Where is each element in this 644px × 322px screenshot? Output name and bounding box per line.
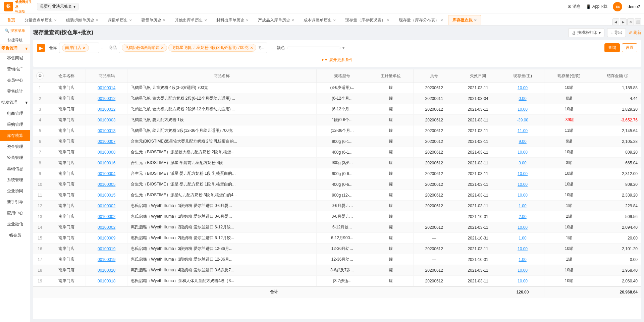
tab-yaohuo[interactable]: 要货单历史 ✕ xyxy=(137,15,170,25)
cell-code[interactable]: 00100013 xyxy=(86,125,127,136)
print-button[interactable]: 🖨 按模板打印 ▾ xyxy=(568,28,604,37)
cell-code[interactable]: 00100004 xyxy=(86,168,127,179)
tab-diaobodanhistory[interactable]: 调拨单历史 ✕ xyxy=(103,15,136,25)
cell-qty-main[interactable]: 0.00 xyxy=(501,93,544,104)
tab-xiancunliang1[interactable]: 现存量（库存状况表） ✕ xyxy=(341,15,394,25)
color-input-box[interactable] xyxy=(287,47,340,49)
setting-button[interactable]: 设置 xyxy=(622,43,637,52)
sidebar-item-apps[interactable]: 应用中心 xyxy=(0,208,30,219)
cell-code[interactable]: 00100003 xyxy=(86,115,127,125)
query-button[interactable]: 查询 xyxy=(604,43,620,52)
sidebar-item-wechat[interactable]: 企业微信 xyxy=(0,219,30,230)
cell-code[interactable]: 00100007 xyxy=(86,136,127,147)
cell-code[interactable]: 00100005 xyxy=(86,179,127,190)
app-download-button[interactable]: 📱 App下载 xyxy=(586,4,607,9)
warehouse-input-box[interactable]: 南岸门店 ✕ xyxy=(59,43,99,53)
message-button[interactable]: ✉ 消息 xyxy=(568,4,581,9)
close-icon[interactable]: ✕ xyxy=(163,18,165,22)
cell-code[interactable]: 00100008 xyxy=(86,147,127,158)
cell-qty-main[interactable]: 10.00 xyxy=(501,179,544,190)
cell-qty-main[interactable]: 3.00 xyxy=(501,158,544,168)
color-chevron-icon[interactable]: ▾ xyxy=(342,46,344,50)
remove-product-tag1-icon[interactable]: ✕ xyxy=(161,46,164,50)
column-settings-button[interactable]: ⚙ xyxy=(36,72,44,79)
cell-code[interactable]: 00100002 xyxy=(86,222,127,233)
sidebar-item-guide[interactable]: 新手引导 xyxy=(0,197,30,208)
remove-product-tag2-icon[interactable]: ✕ xyxy=(250,46,253,50)
close-icon[interactable]: ✕ xyxy=(387,18,389,22)
tab-chengben[interactable]: 成本调整单历史 ✕ xyxy=(299,15,340,25)
sidebar-item-finance[interactable]: 资金管理 xyxy=(0,141,30,152)
tab-qitachuku[interactable]: 其他出库单历史 ✕ xyxy=(170,15,211,25)
nav-maximize-button[interactable]: ⬜ xyxy=(635,18,641,25)
tab-xiancunliang2[interactable]: 现存量（库存分布表） ✕ xyxy=(394,15,447,25)
sidebar-item-changhui[interactable]: 畅会员 xyxy=(0,230,30,241)
cell-code[interactable]: 00100015 xyxy=(86,190,127,201)
cell-qty-main[interactable]: 10.00 xyxy=(501,222,544,233)
sidebar-item-marketing[interactable]: 营销推广 xyxy=(0,64,30,75)
close-icon[interactable]: ✕ xyxy=(204,18,207,22)
cell-qty-main[interactable]: 1.00 xyxy=(501,201,544,211)
tab-fenliangpandian[interactable]: 分量盘点单历史 ✕ xyxy=(20,15,61,25)
cell-qty-main[interactable]: 9.00 xyxy=(501,136,544,147)
cell-code[interactable]: 00100012 xyxy=(86,104,127,115)
cell-code[interactable]: 00100002 xyxy=(86,211,127,222)
cell-qty-main[interactable]: -39.00 xyxy=(501,115,544,125)
cell-code[interactable]: 00100019 xyxy=(86,254,127,265)
close-icon[interactable]: ✕ xyxy=(291,18,294,22)
sidebar-search[interactable]: 🔍 搜索菜单 xyxy=(0,25,30,36)
cell-code[interactable]: 00100014 xyxy=(86,83,127,93)
cell-code[interactable]: 00100012 xyxy=(86,93,127,104)
cell-qty-main[interactable]: 1.00 xyxy=(501,254,544,265)
breadcrumb-selector[interactable]: 母婴行业演示账套 ▾ xyxy=(37,3,78,10)
close-icon-active[interactable]: ✕ xyxy=(474,18,477,22)
sidebar-item-retail-shop[interactable]: 零售商城 xyxy=(0,53,30,64)
avatar[interactable]: Ea xyxy=(613,2,622,11)
more-conditions-toggle[interactable]: ▼▼ 展开更多条件 xyxy=(37,56,637,64)
cell-code[interactable]: 00100002 xyxy=(86,201,127,211)
close-icon[interactable]: ✕ xyxy=(246,18,249,22)
cell-qty-main[interactable]: 10.00 xyxy=(501,104,544,115)
cell-code[interactable]: 00100019 xyxy=(86,244,127,254)
cell-qty-main[interactable]: 10.00 xyxy=(501,83,544,93)
cell-qty-main[interactable]: 10.00 xyxy=(501,147,544,158)
sidebar-item-retail-stats[interactable]: 零售统计 xyxy=(0,86,30,97)
filter-expand-arrow[interactable]: ▶ xyxy=(37,44,45,52)
sidebar-item-retail-management[interactable]: 零售管理 ▼ xyxy=(0,44,30,53)
close-icon[interactable]: ✕ xyxy=(129,18,132,22)
cell-qty-main[interactable]: 10.00 xyxy=(501,265,544,276)
warehouse-more-icon[interactable]: ··· xyxy=(101,46,105,50)
close-icon[interactable]: ✕ xyxy=(96,18,98,22)
sidebar-item-purchase[interactable]: 采购管理 xyxy=(0,119,30,130)
cell-qty-main[interactable]: 1.00 xyxy=(501,233,544,244)
tab-kucunpici[interactable]: 库存批次账 ✕ xyxy=(448,15,481,25)
remove-warehouse-icon[interactable]: ✕ xyxy=(83,46,86,50)
sidebar-item-basic[interactable]: 基础信息 xyxy=(0,163,30,174)
sidebar-item-wholesale[interactable]: 批发管理 ▼ xyxy=(0,97,30,108)
tab-zuzhangchaichuan[interactable]: 组装拆卸单历史 ✕ xyxy=(62,15,103,25)
cell-code[interactable]: 00100016 xyxy=(86,158,127,168)
sidebar-item-member[interactable]: 会员中心 xyxy=(0,75,30,86)
cell-qty-main[interactable]: 11.00 xyxy=(501,125,544,136)
sidebar-item-enterprise[interactable]: 企业协同 xyxy=(0,185,30,197)
tab-cailiaochuku[interactable]: 材料出库单历史 ✕ xyxy=(212,15,253,25)
cell-qty-main[interactable]: 2.00 xyxy=(501,211,544,222)
product-input-box[interactable]: 飞鹤奶粉3段两罐装 ✕ 飞鹤星飞帆 儿童奶粉 4段(3-6岁适用) 700克 ✕… xyxy=(119,43,267,53)
product-more-icon[interactable]: ··· xyxy=(269,46,273,50)
cell-qty-main[interactable]: 10.00 xyxy=(501,190,544,201)
close-icon[interactable]: ✕ xyxy=(440,18,443,22)
sidebar-item-ecommerce[interactable]: 电商管理 xyxy=(0,108,30,119)
tab-home[interactable]: 首页 xyxy=(3,15,19,25)
nav-right-button[interactable]: ▶ xyxy=(620,18,627,25)
sidebar-nav-shortcuts[interactable]: 快捷导航 xyxy=(0,36,30,44)
cell-qty-main[interactable]: 10.00 xyxy=(501,276,544,287)
tab-chanpin[interactable]: 产成品入库单历史 ✕ xyxy=(254,15,299,25)
sidebar-item-system[interactable]: 系统管理 xyxy=(0,174,30,185)
close-icon[interactable]: ✕ xyxy=(333,18,336,22)
cell-qty-main[interactable]: 10.00 xyxy=(501,168,544,179)
cell-code[interactable]: 00100018 xyxy=(86,276,127,287)
cell-qty-main[interactable]: 10.00 xyxy=(501,244,544,254)
refresh-button[interactable]: ↺ 刷新 xyxy=(629,30,641,36)
nav-left-button[interactable]: ◀ xyxy=(612,18,619,25)
export-button[interactable]: ↓ 导出 xyxy=(607,28,626,37)
